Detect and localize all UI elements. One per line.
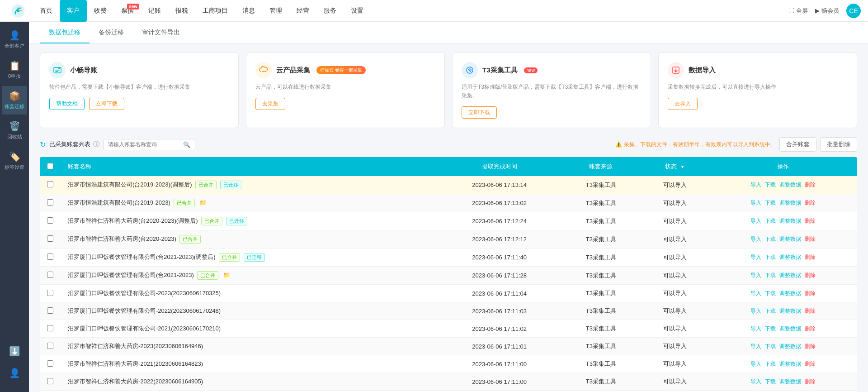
batch-delete-button[interactable]: 批量删除: [820, 137, 857, 152]
action-导入[interactable]: 导入: [750, 200, 761, 206]
nav-item-operation[interactable]: 经营: [289, 0, 316, 22]
action-调整数据[interactable]: 调整数据: [779, 308, 801, 314]
row-checkbox[interactable]: [47, 199, 53, 206]
action-导入[interactable]: 导入: [750, 236, 761, 242]
row-checkbox[interactable]: [47, 217, 53, 224]
action-删除[interactable]: 删除: [805, 236, 816, 242]
row-checkbox[interactable]: [47, 378, 53, 384]
sidebar-item-zero-report[interactable]: 📋 0申报: [2, 56, 27, 84]
action-下载[interactable]: 下载: [765, 378, 776, 385]
action-调整数据[interactable]: 调整数据: [779, 182, 801, 188]
tab-audit-export[interactable]: 审计文件导出: [133, 22, 189, 43]
action-导入[interactable]: 导入: [750, 182, 761, 188]
nav-item-tax[interactable]: 报税: [168, 0, 195, 22]
info-icon[interactable]: ⓘ: [93, 140, 99, 148]
action-删除[interactable]: 删除: [805, 218, 816, 224]
action-调整数据[interactable]: 调整数据: [779, 218, 801, 224]
refresh-icon[interactable]: ↻: [40, 140, 46, 149]
action-调整数据[interactable]: 调整数据: [779, 378, 801, 385]
sidebar-item-all-clients[interactable]: 👤 全部客户: [2, 25, 27, 54]
action-导入[interactable]: 导入: [750, 361, 761, 367]
action-删除[interactable]: 删除: [805, 182, 816, 188]
sidebar-item-download[interactable]: ⬇️: [2, 341, 27, 361]
nav-item-customer[interactable]: 客户: [60, 0, 87, 22]
action-导入[interactable]: 导入: [750, 343, 761, 349]
row-checkbox[interactable]: [47, 272, 53, 278]
action-下载[interactable]: 下载: [765, 361, 776, 367]
nav-item-business[interactable]: 工商项目: [195, 0, 235, 22]
action-删除[interactable]: 删除: [805, 361, 816, 367]
action-调整数据[interactable]: 调整数据: [779, 325, 801, 332]
sidebar-item-tag-settings[interactable]: 🏷️ 标签设置: [2, 147, 27, 175]
tab-backup-migration[interactable]: 备份迁移: [90, 22, 133, 43]
go-collect-button[interactable]: 去采集: [255, 98, 285, 110]
row-checkbox[interactable]: [47, 235, 53, 242]
action-删除[interactable]: 删除: [805, 325, 816, 332]
action-下载[interactable]: 下载: [765, 272, 776, 278]
search-icon[interactable]: 🔍: [183, 141, 190, 148]
row-checkbox[interactable]: [47, 290, 53, 296]
nav-item-bookkeep[interactable]: 记账: [141, 0, 168, 22]
row-checkbox[interactable]: [47, 360, 53, 367]
nav-item-manage[interactable]: 管理: [262, 0, 289, 22]
action-下载[interactable]: 下载: [765, 308, 776, 314]
action-调整数据[interactable]: 调整数据: [779, 343, 801, 349]
download-now-button-2[interactable]: 立即下载: [462, 106, 497, 119]
action-删除[interactable]: 删除: [805, 272, 816, 278]
action-下载[interactable]: 下载: [765, 343, 776, 349]
row-checkbox[interactable]: [47, 253, 53, 260]
search-input[interactable]: [108, 141, 180, 148]
nav-item-message[interactable]: 消息: [235, 0, 262, 22]
sidebar-item-account-migrate[interactable]: 📦 账套迁移: [2, 86, 27, 115]
avatar[interactable]: CE: [846, 4, 861, 18]
go-import-button[interactable]: 去导入: [668, 98, 698, 110]
action-调整数据[interactable]: 调整数据: [779, 272, 801, 278]
help-doc-button[interactable]: 帮助文档: [49, 98, 85, 110]
action-下载[interactable]: 下载: [765, 200, 776, 206]
action-调整数据[interactable]: 调整数据: [779, 236, 801, 242]
action-删除[interactable]: 删除: [805, 200, 816, 206]
col-status[interactable]: 状态 ▼: [641, 157, 709, 176]
action-下载[interactable]: 下载: [765, 218, 776, 224]
all-clients-icon: 👤: [9, 30, 20, 41]
action-下载[interactable]: 下载: [765, 290, 776, 296]
download-now-button-1[interactable]: 立即下载: [89, 98, 124, 110]
action-调整数据[interactable]: 调整数据: [779, 290, 801, 296]
action-调整数据[interactable]: 调整数据: [779, 361, 801, 367]
nav-item-fee[interactable]: 收费: [87, 0, 114, 22]
row-checkbox[interactable]: [47, 307, 53, 314]
select-all-checkbox[interactable]: [47, 163, 53, 169]
fullscreen-button[interactable]: ⛶ 全屏: [788, 7, 808, 15]
action-导入[interactable]: 导入: [750, 218, 761, 224]
nav-item-settings[interactable]: 设置: [344, 0, 371, 22]
tag-已合并: 已合并: [179, 235, 201, 244]
nav-item-home[interactable]: 首页: [33, 0, 60, 22]
row-checkbox[interactable]: [47, 343, 53, 349]
tab-data-migration[interactable]: 数据包迁移: [40, 22, 90, 43]
action-导入[interactable]: 导入: [750, 254, 761, 260]
action-调整数据[interactable]: 调整数据: [779, 200, 801, 206]
row-checkbox[interactable]: [47, 181, 53, 187]
nav-item-service[interactable]: 服务: [316, 0, 344, 22]
action-删除[interactable]: 删除: [805, 378, 816, 385]
action-删除[interactable]: 删除: [805, 308, 816, 314]
action-下载[interactable]: 下载: [765, 236, 776, 242]
action-导入[interactable]: 导入: [750, 308, 761, 314]
nav-item-invoice[interactable]: 票据new: [114, 0, 141, 22]
action-导入[interactable]: 导入: [750, 272, 761, 278]
action-导入[interactable]: 导入: [750, 378, 761, 385]
merge-account-button[interactable]: 合并账套: [779, 137, 816, 152]
action-删除[interactable]: 删除: [805, 254, 816, 260]
action-删除[interactable]: 删除: [805, 290, 816, 296]
action-调整数据[interactable]: 调整数据: [779, 254, 801, 260]
sidebar-item-recycle[interactable]: 🗑️ 回收站: [2, 116, 27, 145]
action-下载[interactable]: 下载: [765, 254, 776, 260]
action-下载[interactable]: 下载: [765, 325, 776, 332]
action-导入[interactable]: 导入: [750, 325, 761, 332]
row-checkbox[interactable]: [47, 325, 53, 331]
member-button[interactable]: ▶ 畅会员: [815, 7, 839, 15]
action-导入[interactable]: 导入: [750, 290, 761, 296]
sidebar-item-user-settings[interactable]: 👤: [2, 363, 27, 383]
action-删除[interactable]: 删除: [805, 343, 816, 349]
action-下载[interactable]: 下载: [765, 182, 776, 188]
